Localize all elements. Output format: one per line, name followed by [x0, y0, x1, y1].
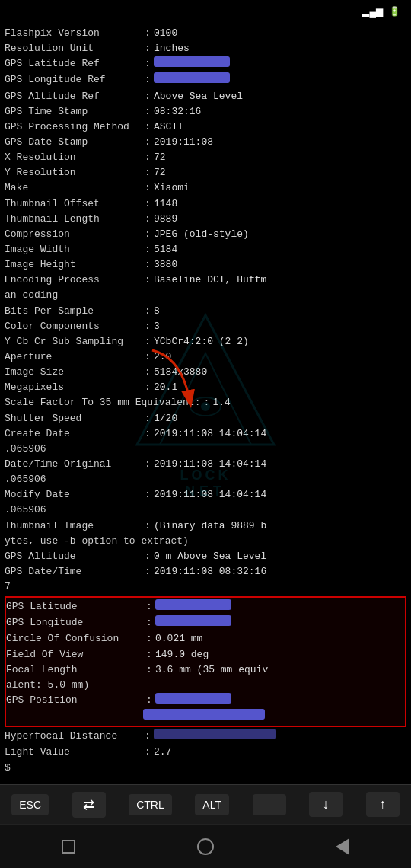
- row-value: 149.0 deg: [155, 647, 405, 662]
- table-row: GPS Longitude Ref:: [5, 72, 406, 88]
- table-row: Bits Per Sample:8: [5, 304, 406, 319]
- table-row: Resolution Unit:inches: [5, 41, 406, 56]
- row-label: GPS Position: [6, 693, 143, 709]
- blurred-value: [154, 729, 276, 739]
- row-value: 0 m Above Sea Level: [154, 549, 406, 564]
- table-row: GPS Date Stamp:2019:11:08: [5, 135, 406, 150]
- row-value: ASCII: [154, 120, 406, 135]
- table-row: Circle Of Confusion:0.021 mm: [6, 631, 405, 646]
- table-row: alent: 5.0 mm): [6, 678, 405, 693]
- table-row: Thumbnail Length:9889: [5, 212, 406, 227]
- row-value: 8: [154, 304, 406, 319]
- key-alt[interactable]: ALT: [195, 794, 229, 815]
- keyboard-bar: ESC ⇄ CTRL ALT — ↓ ↑: [0, 784, 411, 824]
- table-row: Make:Xiaomi: [5, 180, 406, 196]
- table-row: Modify Date:2019:11:08 14:04:14: [5, 487, 406, 503]
- row-value: 2.7: [154, 745, 406, 760]
- row-value: 2019:11:08 14:04:14: [154, 426, 406, 442]
- key-ctrl[interactable]: CTRL: [129, 794, 172, 815]
- key-esc[interactable]: ESC: [11, 794, 49, 815]
- row-colon: :: [142, 487, 154, 503]
- row-value: Above Sea Level: [154, 89, 406, 104]
- row-value: [155, 599, 405, 615]
- row-label: an coding: [5, 288, 142, 303]
- row-label: GPS Latitude Ref: [5, 56, 142, 72]
- row-colon: :: [142, 319, 154, 334]
- row-label: Y Cb Cr Sub Sampling: [5, 334, 142, 349]
- table-row: Focal Length:3.6 mm (35 mm equiv: [6, 662, 405, 678]
- row-colon: :: [142, 380, 154, 395]
- row-value: 2019:11:08 14:04:14: [154, 457, 406, 472]
- blurred-bar: [143, 709, 265, 720]
- red-box-section: GPS Latitude: GPS Longitude: Circle Of C…: [5, 596, 406, 727]
- redbox-rows: GPS Latitude: GPS Longitude: Circle Of C…: [6, 599, 405, 709]
- row-label: Image Height: [5, 257, 142, 273]
- row-colon: :: [142, 227, 154, 242]
- blurred-value: [154, 72, 230, 83]
- table-row: GPS Position:: [6, 693, 405, 709]
- nav-recents[interactable]: [52, 830, 85, 863]
- row-colon: :: [142, 135, 154, 150]
- row-label: Megapixels: [5, 380, 142, 395]
- key-down[interactable]: ↓: [309, 792, 342, 817]
- key-dash[interactable]: —: [253, 794, 286, 815]
- row-value: 3: [154, 319, 406, 334]
- nav-home[interactable]: [189, 830, 222, 863]
- table-row: ytes, use -b option to extract): [5, 534, 406, 549]
- row-label: Create Date: [5, 426, 142, 442]
- row-value: 20.1: [154, 380, 406, 395]
- table-row: Megapixels:20.1: [5, 380, 406, 395]
- status-icons: ▂▄▆ 🔋: [362, 6, 403, 17]
- row-colon: :: [143, 631, 155, 646]
- key-tab[interactable]: ⇄: [72, 792, 106, 818]
- row-colon: :: [142, 150, 154, 165]
- row-colon: :: [142, 729, 154, 745]
- table-row: GPS Altitude:0 m Above Sea Level: [5, 549, 406, 564]
- row-value: 2019:11:08 14:04:14: [154, 487, 406, 503]
- row-label: Encoding Process: [5, 273, 142, 288]
- table-row: Create Date:2019:11:08 14:04:14: [5, 426, 406, 442]
- row-label: Color Components: [5, 319, 142, 334]
- table-row: 7: [5, 579, 406, 595]
- row-colon: :: [142, 196, 154, 212]
- row-colon: :: [142, 273, 154, 288]
- row-value: [154, 503, 406, 518]
- row-value: [154, 56, 406, 72]
- row-value: 1.4: [212, 395, 406, 410]
- table-row: GPS Date/Time:2019:11:08 08:32:16: [5, 564, 406, 579]
- row-colon: :: [142, 349, 154, 365]
- row-label: Hyperfocal Distance: [5, 729, 142, 745]
- row-label: GPS Date Stamp: [5, 135, 142, 150]
- row-label: Compression: [5, 227, 142, 242]
- row-colon: [142, 761, 154, 776]
- row-colon: :: [143, 599, 155, 615]
- row-value: JPEG (old-style): [154, 227, 406, 242]
- row-label: GPS Time Stamp: [5, 104, 142, 120]
- row-value: 9889: [154, 212, 406, 227]
- table-row: GPS Altitude Ref:Above Sea Level: [5, 89, 406, 104]
- row-value: [154, 579, 406, 595]
- table-row: GPS Time Stamp:08:32:16: [5, 104, 406, 120]
- row-label: .065906: [5, 503, 142, 518]
- table-row: Color Components:3: [5, 319, 406, 334]
- table-row: .065906: [5, 472, 406, 487]
- main-content[interactable]: LOCK NET Flashpix Version:0100Resolution…: [0, 23, 411, 784]
- row-colon: :: [143, 647, 155, 662]
- row-label: ytes, use -b option to extract): [5, 534, 189, 549]
- nav-back[interactable]: [326, 830, 359, 863]
- bottom-rows: Hyperfocal Distance:Light Value:2.7$: [5, 729, 406, 775]
- row-colon: :: [142, 41, 154, 56]
- row-label: Shutter Speed: [5, 411, 142, 426]
- row-value: 3.6 mm (35 mm equiv: [155, 662, 405, 678]
- key-up[interactable]: ↑: [366, 792, 400, 817]
- row-label: [6, 709, 143, 724]
- row-value: YCbCr4:2:0 (2 2): [154, 334, 406, 349]
- row-label: GPS Longitude: [6, 615, 143, 631]
- row-colon: :: [142, 457, 154, 472]
- blurred-value: [155, 615, 231, 626]
- row-value: Xiaomi: [154, 180, 406, 196]
- row-value: [154, 288, 406, 303]
- row-label: Resolution Unit: [5, 41, 142, 56]
- table-row: Y Cb Cr Sub Sampling:YCbCr4:2:0 (2 2): [5, 334, 406, 349]
- row-colon: :: [200, 395, 212, 410]
